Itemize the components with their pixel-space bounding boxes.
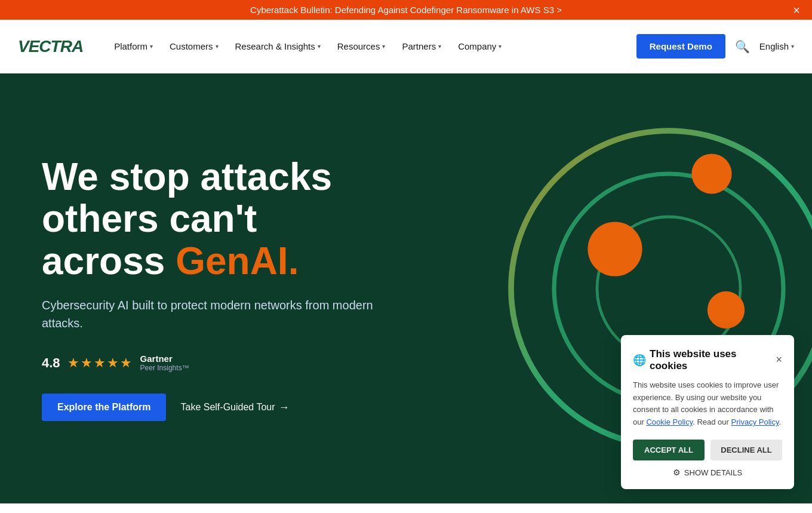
gartner-badge: Gartner Peer Insights™: [140, 354, 189, 372]
nav-links: Platform ▾ Customers ▾ Research & Insigh…: [107, 36, 636, 56]
accept-all-button[interactable]: ACCEPT ALL: [633, 440, 705, 460]
cookie-body-text: This website uses cookies to improve use…: [633, 379, 782, 429]
show-details-label: SHOW DETAILS: [684, 468, 742, 477]
explore-platform-button[interactable]: Explore the Platform: [42, 394, 166, 421]
chevron-down-icon: ▾: [150, 43, 153, 50]
tour-link[interactable]: Take Self-Guided Tour →: [180, 401, 289, 414]
cookie-header: 🌐 This website uses cookies ×: [633, 348, 782, 372]
logo[interactable]: VECTRA: [18, 37, 83, 56]
nav-item-customers[interactable]: Customers ▾: [162, 36, 226, 56]
cookie-title: This website uses cookies: [650, 348, 776, 372]
nav-item-partners[interactable]: Partners ▾: [395, 36, 448, 56]
nav-item-research[interactable]: Research & Insights ▾: [228, 36, 328, 56]
chevron-down-icon: ▾: [216, 43, 219, 50]
chevron-down-icon: ▾: [438, 43, 441, 50]
chevron-down-icon: ▾: [318, 43, 321, 50]
rating-row: 4.8 ★★★★★ Gartner Peer Insights™: [42, 354, 400, 372]
nav-item-platform[interactable]: Platform ▾: [107, 36, 160, 56]
hero-title: We stop attacks others can't across GenA…: [42, 156, 400, 282]
svg-point-3: [691, 153, 731, 193]
cookie-close-button[interactable]: ×: [776, 354, 782, 366]
cookie-policy-link[interactable]: Cookie Policy: [646, 417, 693, 426]
alert-banner: Cyberattack Bulletin: Defending Against …: [0, 0, 812, 20]
star-rating: ★★★★★: [67, 355, 133, 371]
chevron-down-icon: ▾: [791, 43, 794, 50]
chevron-down-icon: ▾: [499, 43, 502, 50]
arrow-right-icon: →: [279, 401, 290, 414]
language-selector[interactable]: English ▾: [759, 41, 794, 51]
globe-icon: 🌐: [633, 354, 646, 367]
svg-point-5: [708, 291, 745, 328]
svg-point-4: [588, 222, 642, 276]
search-icon[interactable]: 🔍: [735, 39, 750, 54]
cookie-buttons: ACCEPT ALL DECLINE ALL: [633, 440, 782, 460]
gear-icon: ⚙: [673, 468, 681, 477]
show-details-row[interactable]: ⚙ SHOW DETAILS: [633, 468, 782, 477]
main-nav: VECTRA Platform ▾ Customers ▾ Research &…: [0, 20, 812, 73]
alert-close-button[interactable]: ×: [793, 4, 800, 16]
rating-number: 4.8: [42, 355, 60, 371]
privacy-policy-link[interactable]: Privacy Policy: [731, 417, 779, 426]
request-demo-button[interactable]: Request Demo: [636, 34, 725, 59]
hero-subtitle: Cybersecurity AI built to protect modern…: [42, 296, 400, 332]
cookie-banner: 🌐 This website uses cookies × This websi…: [621, 335, 794, 489]
nav-item-company[interactable]: Company ▾: [451, 36, 509, 56]
nav-item-resources[interactable]: Resources ▾: [330, 36, 393, 56]
decline-all-button[interactable]: DECLINE ALL: [710, 440, 782, 460]
alert-text: Cyberattack Bulletin: Defending Against …: [250, 5, 562, 15]
hero-ctas: Explore the Platform Take Self-Guided To…: [42, 394, 400, 421]
chevron-down-icon: ▾: [382, 43, 385, 50]
language-label: English: [759, 41, 789, 51]
hero-content: We stop attacks others can't across GenA…: [42, 156, 400, 421]
nav-right: Request Demo 🔍 English ▾: [636, 34, 794, 59]
